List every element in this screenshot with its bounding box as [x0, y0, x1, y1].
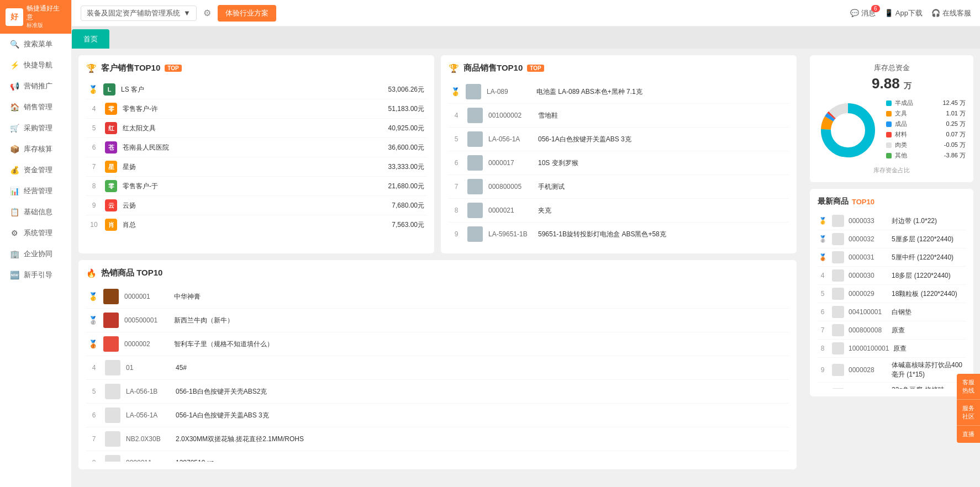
- sidebar-item-marketing[interactable]: 📢 营销推广: [0, 76, 71, 97]
- legend-dot: [886, 132, 892, 137]
- rank-num: 6: [451, 159, 462, 167]
- product-image: [832, 364, 844, 376]
- tab-home[interactable]: 首页: [72, 29, 109, 49]
- product-code: 0000030: [849, 272, 887, 279]
- legend-item: 肉类 -0.05 万: [886, 141, 966, 149]
- list-item: 4 01 45#: [86, 356, 789, 380]
- rank-num: 4: [451, 112, 462, 119]
- product-name: 10S 变刹罗猴: [538, 158, 787, 168]
- product-image: [467, 179, 483, 194]
- product-image: [105, 360, 120, 375]
- list-item: 🥉 0000031 5厘中纤 (1220*2440): [818, 248, 966, 267]
- float-btn-hotline[interactable]: 客服 热线: [957, 374, 980, 400]
- product-name: 18颗粒板 (1220*2440): [892, 289, 966, 299]
- product-image: [832, 388, 844, 389]
- sidebar-item-shortcut[interactable]: ⚡ 快捷导航: [0, 55, 71, 76]
- product-image: [103, 313, 119, 328]
- new-products-title: 最新商品 TOP10: [818, 197, 966, 207]
- product-image: [832, 288, 844, 300]
- page-tabs: 首页: [72, 27, 980, 49]
- online-service-action[interactable]: 🎧 在线客服: [931, 8, 971, 18]
- app-download-label: App下载: [895, 8, 923, 18]
- customer-ranking-card: 🏆 客户销售TOP10 TOP 🥇 L LS 客户 53,006.26元: [78, 55, 434, 253]
- product-code: 0000032: [849, 235, 887, 243]
- system-selector[interactable]: 装备及固定资产辅助管理系统 ▼: [81, 6, 197, 21]
- product-image: [832, 324, 844, 336]
- sidebar-item-system[interactable]: ⚙ 系统管理: [0, 223, 71, 244]
- sidebar-item-sales[interactable]: 🏠 销售管理: [0, 97, 71, 118]
- product-image: [467, 108, 483, 123]
- message-action[interactable]: 💬 消息 6: [850, 8, 876, 18]
- sidebar-item-operation[interactable]: 📊 经营管理: [0, 181, 71, 202]
- legend-label: 半成品: [895, 99, 939, 107]
- product-name: 白钢垫: [892, 308, 966, 317]
- float-btn-live[interactable]: 直播: [957, 426, 980, 443]
- finance-icon: 💰: [9, 166, 19, 174]
- legend-label: 成品: [895, 120, 943, 128]
- sidebar-item-label: 资金管理: [24, 165, 52, 175]
- legend-item: 文具 1.01 万: [886, 109, 966, 118]
- rank-num: 5: [88, 124, 99, 132]
- legend-label: 文具: [895, 109, 943, 118]
- customer-amount: 33,333.00元: [388, 162, 424, 172]
- list-item: 10 003800001 22g鱼豆腐-烧烤味 (1*12*20): [818, 383, 966, 389]
- customer-name: LS 客户: [121, 85, 383, 94]
- inventory-chart-wrapper: 半成品 12.45 万 文具 1.01 万 成品 0.25 万: [818, 99, 966, 162]
- customer-name: 零售客户-许: [123, 104, 383, 114]
- product-name: 原查: [893, 344, 966, 353]
- sidebar-item-basic[interactable]: 📋 基础信息: [0, 202, 71, 223]
- product-image: [467, 203, 483, 218]
- rank-num: 7: [818, 326, 828, 334]
- product-image: [466, 84, 481, 99]
- float-btn-community[interactable]: 服务 社区: [957, 400, 980, 426]
- legend-label: 材料: [895, 130, 943, 139]
- table-row: 10 肖 肖总 7,563.00元: [86, 215, 426, 234]
- medal-icon: 🥇: [88, 85, 98, 94]
- avatar: 零: [105, 103, 117, 115]
- sidebar-item-finance[interactable]: 💰 资金管理: [0, 160, 71, 181]
- list-item: 6 LA-056-1A 056-1A白色按键开关盖ABS 3克: [86, 404, 789, 427]
- inventory-card: 库存总资金 9.88 万: [810, 55, 973, 182]
- product-name: 2.0X30MM双搓花轴.搓花直径2.1MM/ROHS: [176, 435, 787, 444]
- product-image: [467, 155, 483, 171]
- sidebar-item-search[interactable]: 🔍 搜索菜单: [0, 34, 71, 55]
- app-download-action[interactable]: 📱 App下载: [884, 8, 923, 18]
- sidebar-item-inventory[interactable]: 📦 库存核算: [0, 139, 71, 160]
- rank-num: 4: [88, 364, 99, 372]
- company-icon: 🏢: [9, 250, 19, 258]
- product-code: 0000021: [488, 207, 533, 214]
- product-code: NB2.0X30B: [126, 435, 170, 443]
- main-wrapper: 装备及固定资产辅助管理系统 ▼ ⚙ 体验行业方案 💬 消息 6 📱 App下载 …: [72, 0, 980, 487]
- sidebar-item-purchase[interactable]: 🛒 采购管理: [0, 118, 71, 139]
- product-code: 0000033: [849, 217, 887, 225]
- product-name: 体碱嘉核味苏打饮品400毫升 (1*15): [892, 361, 966, 379]
- header-actions: 💬 消息 6 📱 App下载 🎧 在线客服: [850, 8, 971, 18]
- avatar: L: [103, 83, 115, 96]
- sidebar-nav: 🔍 搜索菜单 ⚡ 快捷导航 📢 营销推广 🏠 销售管理 🛒 采购管理 📦 库存核…: [0, 34, 71, 487]
- customer-ranking-title: 🏆 客户销售TOP10 TOP: [86, 63, 426, 73]
- product-name: 夹克: [538, 206, 787, 215]
- product-code: 0000017: [488, 159, 533, 167]
- product-name: 手机测试: [538, 182, 787, 192]
- trial-button[interactable]: 体验行业方案: [218, 5, 276, 22]
- sales-icon: 🏠: [9, 103, 19, 112]
- sidebar-item-label: 新手引导: [24, 270, 52, 280]
- sidebar-item-company[interactable]: 🏢 企业协同: [0, 244, 71, 264]
- customer-amount: 7,563.00元: [392, 220, 424, 230]
- table-row: 9 LA-59651-1B 59651-1B旋转投影灯电池盒 ABS黑色+58克: [449, 223, 789, 246]
- product-image: [105, 407, 120, 423]
- customer-amount: 51,183.00元: [388, 104, 424, 114]
- sidebar-item-label: 搜索菜单: [24, 39, 52, 49]
- sidebar-item-guide[interactable]: 🆕 新手引导: [0, 264, 71, 285]
- avatar: 肖: [105, 219, 117, 231]
- product-name: 智利车子里（规格不知道填什么）: [174, 340, 787, 349]
- product-code: 001000002: [488, 112, 533, 119]
- legend-label: 其他: [895, 151, 941, 160]
- message-badge: 6: [871, 5, 880, 12]
- medal-icon: 🥇: [88, 292, 98, 301]
- legend-item: 半成品 12.45 万: [886, 99, 966, 107]
- settings-button[interactable]: ⚙: [203, 8, 211, 18]
- float-buttons: 客服 热线 服务 社区 直播: [957, 374, 980, 443]
- inventory-sub-label: 库存资金占比: [818, 166, 966, 174]
- customer-list: 🥇 L LS 客户 53,006.26元 4 零 零售客户-许 51,183.0…: [86, 80, 426, 234]
